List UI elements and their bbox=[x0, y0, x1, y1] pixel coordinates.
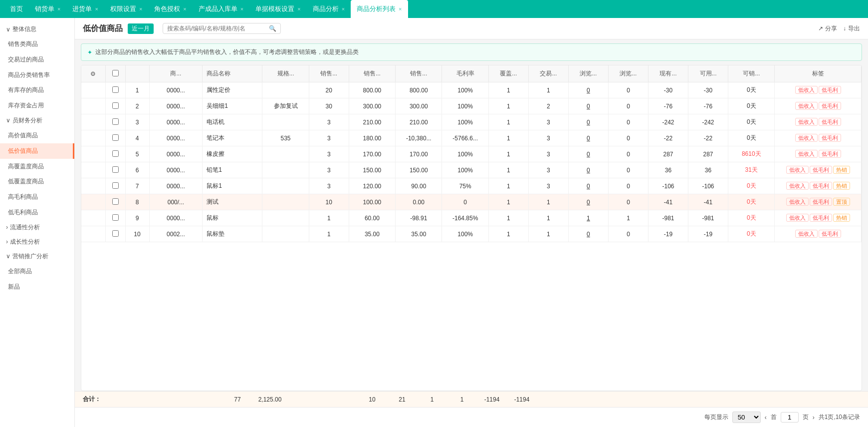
col-stock[interactable]: 现有... bbox=[648, 65, 688, 82]
cell-browse1[interactable]: 0 bbox=[568, 130, 608, 146]
per-page-select[interactable]: 50 100 200 bbox=[732, 412, 761, 423]
col-trade[interactable]: 交易... bbox=[528, 65, 568, 82]
row-checkbox[interactable] bbox=[112, 102, 119, 109]
cell-browse1[interactable]: 0 bbox=[568, 178, 608, 194]
cell-browse1[interactable]: 0 bbox=[568, 146, 608, 162]
cell-browse1[interactable]: 0 bbox=[568, 194, 608, 210]
sidebar-item-high-coverage[interactable]: 高覆盖度商品 bbox=[0, 159, 74, 174]
cell-check[interactable] bbox=[105, 194, 125, 210]
sidebar-group-overall[interactable]: ∨ 整体信息 bbox=[0, 22, 74, 36]
row-checkbox[interactable] bbox=[112, 86, 119, 93]
browse-link[interactable]: 0 bbox=[587, 183, 590, 190]
col-sale-total[interactable]: 销售... bbox=[396, 65, 442, 82]
sidebar-item-category-rate[interactable]: 商品分类销售率 bbox=[0, 67, 74, 83]
col-tag[interactable]: 标签 bbox=[775, 65, 862, 82]
col-settings[interactable]: ⚙ bbox=[81, 65, 105, 82]
search-icon[interactable]: 🔍 bbox=[269, 25, 276, 32]
cell-check[interactable] bbox=[105, 114, 125, 130]
col-name[interactable]: 商品名称 bbox=[203, 65, 262, 82]
col-margin[interactable]: 毛利率 bbox=[442, 65, 488, 82]
row-checkbox[interactable] bbox=[112, 230, 119, 237]
row-checkbox[interactable] bbox=[112, 118, 119, 125]
cell-browse1[interactable]: 0 bbox=[568, 162, 608, 178]
close-icon[interactable]: × bbox=[240, 6, 243, 12]
col-spec[interactable]: 规格... bbox=[262, 65, 309, 82]
col-check[interactable] bbox=[105, 65, 125, 82]
nav-product-in[interactable]: 产成品入库单 × bbox=[193, 0, 249, 18]
cell-check[interactable] bbox=[105, 130, 125, 146]
browse-link[interactable]: 0 bbox=[587, 87, 590, 94]
browse-link[interactable]: 0 bbox=[587, 119, 590, 126]
row-checkbox[interactable] bbox=[112, 134, 119, 141]
sidebar-item-high-value[interactable]: 高价值商品 bbox=[0, 128, 74, 143]
close-icon[interactable]: × bbox=[183, 6, 186, 12]
close-icon[interactable]: × bbox=[57, 6, 60, 12]
col-sale-count[interactable]: 销售... bbox=[309, 65, 349, 82]
share-button[interactable]: ↗ 分享 bbox=[818, 24, 837, 33]
row-checkbox[interactable] bbox=[112, 150, 119, 157]
col-code[interactable]: 商... bbox=[149, 65, 203, 82]
browse-link[interactable]: 0 bbox=[587, 231, 590, 238]
sidebar-item-low-coverage[interactable]: 低覆盖度商品 bbox=[0, 174, 74, 189]
cell-browse1[interactable]: 0 bbox=[568, 98, 608, 114]
close-icon[interactable]: × bbox=[95, 6, 98, 12]
cell-browse1[interactable]: 0 bbox=[568, 226, 608, 242]
cell-check[interactable] bbox=[105, 98, 125, 114]
close-icon[interactable]: × bbox=[342, 6, 345, 12]
sidebar-group-marketing[interactable]: ∨ 营销推广分析 bbox=[0, 249, 74, 264]
export-button[interactable]: ↓ 导出 bbox=[843, 24, 860, 33]
nav-product-analysis-list[interactable]: 商品分析列表 × bbox=[351, 0, 408, 18]
cell-check[interactable] bbox=[105, 210, 125, 226]
browse-link[interactable]: 1 bbox=[587, 215, 590, 222]
cell-check[interactable] bbox=[105, 226, 125, 242]
row-checkbox[interactable] bbox=[112, 214, 119, 221]
browse-link[interactable]: 0 bbox=[587, 199, 590, 206]
row-checkbox[interactable] bbox=[112, 198, 119, 205]
sidebar-group-finance[interactable]: ∨ 员财务分析 bbox=[0, 113, 74, 128]
sidebar-item-stock-goods[interactable]: 有库存的商品 bbox=[0, 82, 74, 98]
close-icon[interactable]: × bbox=[399, 6, 402, 12]
browse-link[interactable]: 0 bbox=[587, 103, 590, 110]
row-checkbox[interactable] bbox=[112, 166, 119, 173]
nav-sale[interactable]: 销货单 × bbox=[29, 0, 66, 18]
cell-check[interactable] bbox=[105, 82, 125, 98]
sidebar-item-low-value[interactable]: 低价值商品 bbox=[0, 143, 74, 159]
sidebar-item-capital[interactable]: 库存资金占用 bbox=[0, 98, 74, 113]
nav-purchase[interactable]: 进货单 × bbox=[66, 0, 104, 18]
sidebar-item-high-margin[interactable]: 高毛利商品 bbox=[0, 189, 74, 205]
nav-home[interactable]: 首页 bbox=[4, 0, 29, 18]
browse-link[interactable]: 0 bbox=[587, 135, 590, 142]
nav-permission[interactable]: 权限设置 × bbox=[104, 0, 148, 18]
col-sell[interactable]: 可销... bbox=[728, 65, 775, 82]
sidebar-item-traded-goods[interactable]: 交易过的商品 bbox=[0, 52, 74, 67]
next-page-btn[interactable]: › bbox=[813, 414, 815, 421]
sidebar-group-circulation[interactable]: › 流通性分析 bbox=[0, 220, 74, 235]
page-input[interactable] bbox=[781, 412, 799, 423]
nav-role[interactable]: 角色授权 × bbox=[148, 0, 192, 18]
sidebar-item-new-goods[interactable]: 新品 bbox=[0, 279, 74, 295]
search-input[interactable] bbox=[167, 25, 267, 32]
cell-browse1[interactable]: 0 bbox=[568, 82, 608, 98]
check-all[interactable] bbox=[112, 70, 119, 76]
sidebar-group-growth[interactable]: › 成长性分析 bbox=[0, 235, 74, 249]
sidebar-item-sales-goods[interactable]: 销售类商品 bbox=[0, 36, 74, 52]
browse-link[interactable]: 0 bbox=[587, 151, 590, 158]
nav-template[interactable]: 单据模板设置 × bbox=[249, 0, 306, 18]
browse-link[interactable]: 0 bbox=[587, 167, 590, 174]
col-browse1[interactable]: 浏览... bbox=[568, 65, 608, 82]
cell-browse1[interactable]: 0 bbox=[568, 114, 608, 130]
sidebar-item-low-margin[interactable]: 低毛利商品 bbox=[0, 205, 74, 220]
cell-check[interactable] bbox=[105, 146, 125, 162]
col-cover[interactable]: 覆盖... bbox=[488, 65, 528, 82]
nav-product-analysis[interactable]: 商品分析 × bbox=[307, 0, 351, 18]
cell-check[interactable] bbox=[105, 178, 125, 194]
row-checkbox[interactable] bbox=[112, 182, 119, 189]
tag-recent[interactable]: 近一月 bbox=[128, 23, 154, 34]
col-sale-price[interactable]: 销售... bbox=[349, 65, 395, 82]
cell-check[interactable] bbox=[105, 162, 125, 178]
close-icon[interactable]: × bbox=[297, 6, 300, 12]
col-browse2[interactable]: 浏览... bbox=[608, 65, 648, 82]
cell-browse1[interactable]: 1 bbox=[568, 210, 608, 226]
col-avail[interactable]: 可用... bbox=[688, 65, 728, 82]
close-icon[interactable]: × bbox=[139, 6, 142, 12]
